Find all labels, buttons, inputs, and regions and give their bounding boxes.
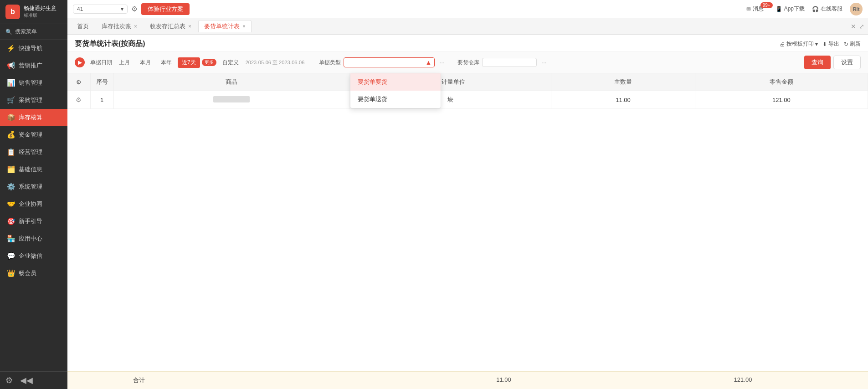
sidebar-item-member[interactable]: 👑 畅会员 <box>0 265 67 282</box>
message-btn[interactable]: ✉ 消息 99+ <box>746 5 768 13</box>
date-chips: 上月 本月 本年 近7天 更多 自定义 <box>115 57 243 68</box>
tab-order-stats[interactable]: 要货单统计表 × <box>198 20 252 32</box>
type-dropdown-arrow-icon[interactable]: ▲ <box>425 59 431 66</box>
sidebar-item-label: 经营管理 <box>19 148 42 156</box>
tab-home[interactable]: 首页 <box>71 20 95 32</box>
sidebar-item-label: 库存核算 <box>19 113 42 122</box>
message-badge: 99+ <box>760 2 773 8</box>
warehouse-filter-label: 要货仓库 <box>457 59 479 67</box>
app-download-btn[interactable]: 📱 App下载 <box>776 5 805 13</box>
sidebar-logo: b 畅捷通好生意 标准版 <box>0 0 67 24</box>
operation-icon: 📋 <box>7 148 15 156</box>
topbar-gear-icon[interactable]: ⚙ <box>131 5 138 13</box>
row-seq: 1 <box>100 97 103 103</box>
print-btn[interactable]: 🖨 按模板打印 ▾ <box>780 40 818 48</box>
row-quantity: 11.00 <box>616 97 631 103</box>
online-service-label: 在线客服 <box>821 5 842 13</box>
store-selector[interactable]: 41 ▾ <box>73 5 128 14</box>
tab-close-all-icon[interactable]: ✕ <box>851 23 856 30</box>
row-amount-cell: 121.00 <box>695 91 868 109</box>
trial-btn[interactable]: 体验行业方案 <box>141 3 190 15</box>
topbar-left: 41 ▾ ⚙ 体验行业方案 <box>73 3 190 15</box>
sidebar-item-shortcut[interactable]: ⚡ 快捷导航 <box>0 40 67 57</box>
col-amount: 零售金额 <box>695 73 868 91</box>
sidebar-item-wechat[interactable]: 💬 企业微信 <box>0 247 67 265</box>
collapse-icon[interactable]: ◀◀ <box>20 375 33 385</box>
sidebar-item-basic[interactable]: 🗂️ 基础信息 <box>0 161 67 178</box>
type-ellipsis-icon[interactable]: ··· <box>439 59 445 66</box>
sidebar-item-label: 应用中心 <box>19 235 42 243</box>
sidebar-item-purchase[interactable]: 🛒 采购管理 <box>0 92 67 109</box>
query-btn[interactable]: 查询 <box>804 56 831 69</box>
table-area: ⚙ 序号 商品 主计量单位 主数量 零售金额 ⚙ 1 块 <box>67 73 868 371</box>
warehouse-ellipsis-icon[interactable]: ··· <box>541 59 547 66</box>
settings-bottom-icon[interactable]: ⚙ <box>5 375 13 385</box>
gear-header-icon[interactable]: ⚙ <box>76 79 82 86</box>
sidebar-bottom: ⚙ ◀◀ <box>0 371 67 389</box>
sidebar-item-marketing[interactable]: 📢 营销推广 <box>0 57 67 74</box>
online-service-btn[interactable]: 🎧 在线客服 <box>812 5 842 13</box>
sidebar-item-label: 畅会员 <box>19 269 36 277</box>
user-avatar[interactable]: Rit <box>850 3 863 15</box>
sidebar-search[interactable]: 🔍 搜索菜单 <box>0 24 67 40</box>
sidebar-item-sales[interactable]: 📊 销售管理 <box>0 74 67 92</box>
row-gear-icon[interactable]: ⚙ <box>76 96 82 103</box>
settings-filter-btn[interactable]: 设置 <box>833 56 861 69</box>
sidebar-item-inventory[interactable]: 📦 库存核算 <box>0 109 67 126</box>
sidebar-item-enterprise[interactable]: 🤝 企业协同 <box>0 195 67 213</box>
main-content: 41 ▾ ⚙ 体验行业方案 ✉ 消息 99+ 📱 App下载 🎧 在线客服 Ri… <box>67 0 868 389</box>
col-seq: 序号 <box>90 73 113 91</box>
filter-warehouse-section: 要货仓库 ··· <box>457 58 547 67</box>
sidebar-item-guide[interactable]: 🎯 新手引导 <box>0 213 67 230</box>
sidebar-item-label: 企业微信 <box>19 252 42 260</box>
wechat-icon: 💬 <box>7 252 15 260</box>
tab-summary[interactable]: 收发存汇总表 × <box>144 20 197 32</box>
date-more-badge[interactable]: 更多 <box>202 59 216 66</box>
refresh-icon: ↻ <box>844 41 848 47</box>
sidebar-item-label: 资金管理 <box>19 131 42 139</box>
export-label: 导出 <box>828 40 839 48</box>
sidebar: b 畅捷通好生意 标准版 🔍 搜索菜单 ⚡ 快捷导航 📢 营销推广 📊 销售管理… <box>0 0 67 389</box>
sidebar-item-system[interactable]: ⚙️ 系统管理 <box>0 178 67 195</box>
date-chip-last-month[interactable]: 上月 <box>115 57 134 68</box>
export-btn[interactable]: ⬇ 导出 <box>822 40 839 48</box>
enterprise-icon: 🤝 <box>7 200 15 208</box>
sidebar-item-label: 基础信息 <box>19 165 42 174</box>
row-product-name <box>213 96 250 102</box>
sidebar-item-appstore[interactable]: 🏪 应用中心 <box>0 230 67 247</box>
sidebar-item-finance[interactable]: 💰 资金管理 <box>0 126 67 143</box>
tab-batch-close[interactable]: × <box>134 23 137 30</box>
row-quantity-cell: 11.00 <box>551 91 695 109</box>
dropdown-item-order-return[interactable]: 要货单退货 <box>350 91 441 108</box>
col-quantity: 主数量 <box>551 73 695 91</box>
tab-order-stats-close[interactable]: × <box>242 23 246 30</box>
date-chip-7days[interactable]: 近7天 <box>178 57 200 68</box>
tab-expand-icon[interactable]: ⤢ <box>859 23 864 30</box>
type-filter-label: 单据类型 <box>319 59 341 67</box>
tab-summary-close[interactable]: × <box>188 23 191 30</box>
type-input[interactable] <box>347 59 425 66</box>
date-chip-this-month[interactable]: 本月 <box>136 57 155 68</box>
refresh-label: 刷新 <box>850 40 861 48</box>
tabbar: 首页 库存批次账 × 收发存汇总表 × 要货单统计表 × ✕ ⤢ <box>67 18 868 35</box>
app-logo-icon: b <box>5 5 20 19</box>
sidebar-item-operation[interactable]: 📋 经营管理 <box>0 143 67 161</box>
tab-batch[interactable]: 库存批次账 × <box>96 20 143 32</box>
page-header-actions: 🖨 按模板打印 ▾ ⬇ 导出 ↻ 刷新 <box>780 40 861 48</box>
date-chip-custom[interactable]: 自定义 <box>218 57 243 68</box>
page-header: 要货单统计表(按商品) 🖨 按模板打印 ▾ ⬇ 导出 ↻ 刷新 <box>67 35 868 51</box>
tabbar-right: ✕ ⤢ <box>851 23 864 30</box>
sidebar-item-label: 新手引导 <box>19 217 42 225</box>
marketing-icon: 📢 <box>7 61 15 70</box>
dropdown-item-order-goods[interactable]: 要货单要货 <box>350 73 441 91</box>
warehouse-input[interactable] <box>485 59 534 66</box>
col-product: 商品 <box>113 73 349 91</box>
date-chip-this-year[interactable]: 本年 <box>157 57 176 68</box>
store-name: 41 <box>77 6 83 12</box>
topbar: 41 ▾ ⚙ 体验行业方案 ✉ 消息 99+ 📱 App下载 🎧 在线客服 Ri… <box>67 0 868 18</box>
refresh-btn[interactable]: ↻ 刷新 <box>844 40 861 48</box>
page-title: 要货单统计表(按商品) <box>75 39 145 49</box>
footer-quantity: 11.00 <box>496 376 511 383</box>
tab-batch-label: 库存批次账 <box>102 22 131 31</box>
filter-expand-btn[interactable]: ▶ <box>75 57 85 67</box>
